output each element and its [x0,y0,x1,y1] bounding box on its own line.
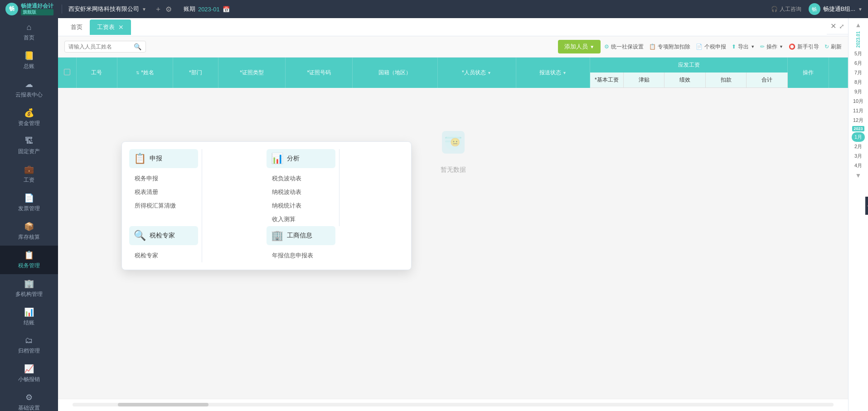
fund-icon: 💰 [24,108,34,118]
menu-income-forecast[interactable]: 收入测算 [267,213,335,226]
th-total: 合计 [747,73,788,88]
th-allowance: 津贴 [623,73,664,88]
sidebar-item-settlement[interactable]: 📊 结账 [0,303,58,331]
company-selector[interactable]: 西安虾米网络科技有限公司 ▼ [68,5,146,13]
divider-3 [202,226,202,262]
sidebar-item-basic-settings[interactable]: ⚙ 基础设置 [0,388,58,411]
special-deduction-icon: 📋 [649,44,656,50]
section-header-analysis: 📊 分析 [267,149,335,168]
sidebar-item-salary[interactable]: 💼 工资 [0,160,58,189]
timeline-month-7[interactable]: 7月 [852,68,865,77]
salary-icon: 💼 [24,164,34,174]
social-insurance-button[interactable]: ⚙ 统一社保设置 [604,43,644,51]
th-employee-id: 工号 [76,58,117,88]
sidebar-item-label: 首页 [24,34,34,42]
dropdown-section-tax-expert: 🔍 税检专家 税检专家 [129,226,198,262]
sidebar-item-fixed-assets[interactable]: 🏗 固定资产 [0,132,58,160]
add-button-chevron-icon: ▼ [590,44,594,49]
timeline-up-nav[interactable]: ▲ [854,20,863,30]
header: 畅 畅捷通好会计 旗舰版 西安虾米网络科技有限公司 ▼ ＋ ⚙ 账期 2023-… [0,0,868,18]
sidebar-item-fund-mgmt[interactable]: 💰 资金管理 [0,103,58,132]
salary-table: 工号 ⇅ *姓名 *部门 *证照类型 *证照号码 国籍（地区） *人员状态 ▼ … [58,58,848,88]
main-content: 首页 工资表 ✕ 🔍 添加人员 ▼ ⚙ 统一社保设置 [58,18,848,411]
th-id-number: *证照号码 [286,58,353,88]
select-all-checkbox[interactable] [64,69,70,75]
guide-icon: ⭕ [789,44,795,50]
tab-home[interactable]: 首页 [63,19,90,35]
timeline-month-3[interactable]: 3月 [852,151,865,161]
menu-tax-stats[interactable]: 纳税统计表 [267,199,335,213]
tax-return-button[interactable]: 📄 个税申报 [696,43,726,51]
menu-annual-report[interactable]: 年报信息申报表 [267,249,335,262]
tab-bar: 首页 工资表 ✕ [58,18,848,36]
export-label: 导出 [738,43,749,51]
scroll-thumb[interactable] [118,403,209,406]
timeline-month-10[interactable]: 10月 [850,97,866,106]
search-box: 🔍 [64,41,146,53]
tab-salary[interactable]: 工资表 ✕ [90,19,131,35]
expand-icon[interactable]: ⤢ [839,23,844,30]
calendar-icon[interactable]: 📅 [223,6,230,13]
timeline-month-11[interactable]: 11月 [850,106,866,116]
dropdown-menu: 📋 申报 税务申报 税表清册 所得税汇算清缴 📊 分析 [121,141,412,270]
add-person-button[interactable]: 添加人员 ▼ [558,40,601,53]
sidebar-item-invoice-mgmt[interactable]: 📄 发票管理 [0,189,58,217]
horizontal-scrollbar[interactable] [73,403,834,406]
accounting-period: 账期 2023-01 📅 [184,5,230,13]
export-button[interactable]: ⬆ 导出 ▼ [732,43,755,51]
search-input[interactable] [68,44,132,50]
timeline-month-12[interactable]: 12月 [850,116,866,125]
sidebar-item-cloud-report[interactable]: ☁ 云报表中心 [0,75,58,103]
table-header-row: 工号 ⇅ *姓名 *部门 *证照类型 *证照号码 国籍（地区） *人员状态 ▼ … [58,58,848,73]
menu-tax-fluctuation[interactable]: 纳税波动表 [267,185,335,199]
sidebar-item-label: 库存核算 [18,233,40,241]
company-name: 西安虾米网络科技有限公司 [68,5,139,13]
sidebar-item-label: 固定资产 [18,148,40,155]
timeline-down-nav[interactable]: ▼ [854,170,863,180]
support-button[interactable]: 🎧 人工咨询 [771,5,801,13]
sidebar-item-home[interactable]: ⌂ 首页 [0,18,58,46]
th-checkbox[interactable] [58,58,76,88]
sidebar-item-archive-mgmt[interactable]: 🗂 归档管理 [0,331,58,359]
settings-icon[interactable]: ⚙ [165,5,172,14]
timeline-month-5[interactable]: 5月 [852,49,865,58]
report-filter-icon[interactable]: ▼ [563,71,567,75]
invoice-icon: 📄 [24,193,34,203]
tax-return-icon: 📄 [696,44,703,50]
header-action-buttons: ＋ ⚙ [155,5,172,14]
user-avatar: 畅 [809,3,820,15]
menu-tax-table-clearing[interactable]: 税表清册 [129,185,198,199]
timeline-month-9[interactable]: 9月 [852,87,865,97]
status-filter-icon[interactable]: ▼ [487,71,491,75]
guide-button[interactable]: ⭕ 新手引导 [789,43,819,51]
menu-tax-burden[interactable]: 税负波动表 [267,172,335,185]
sidebar-item-tax-mgmt[interactable]: 📋 税务管理 [0,246,58,274]
menu-tax-inspection[interactable]: 税检专家 [129,249,198,262]
menu-tax-declaration[interactable]: 税务申报 [129,172,198,185]
timeline-month-4[interactable]: 4月 [852,161,865,170]
timeline-month-6[interactable]: 6月 [852,58,865,68]
archive-icon: 🗂 [25,336,33,345]
tab-close-icon[interactable]: ✕ [118,24,124,31]
timeline-month-1[interactable]: 1月 [852,132,865,142]
operation-button[interactable]: ✏ 操作 ▼ [760,43,783,51]
timeline-month-8[interactable]: 8月 [852,77,865,87]
close-tab-icon[interactable]: ✕ [830,22,836,30]
th-base-salary: *基本工资 [590,73,624,88]
menu-income-tax-settlement[interactable]: 所得税汇算清缴 [129,199,198,213]
sidebar-item-general-ledger[interactable]: 📒 总账 [0,46,58,75]
special-deduction-button[interactable]: 📋 专项附加扣除 [649,43,690,51]
tab-home-label: 首页 [71,23,82,31]
sidebar-item-multi-org[interactable]: 🏢 多机构管理 [0,274,58,303]
sidebar-item-xiaochang-sales[interactable]: 📈 小畅报销 [0,359,58,388]
tax-expert-icon: 🔍 [134,230,146,242]
sidebar-item-inventory[interactable]: 📦 库存核算 [0,217,58,246]
company-chevron-icon: ▼ [142,7,146,12]
name-sort-icon[interactable]: ⇅ [136,71,140,75]
window-controls: ✕ ⤢ [827,18,848,34]
ledger-icon: 📒 [24,51,34,61]
refresh-button[interactable]: ↻ 刷新 [824,43,842,51]
add-company-button[interactable]: ＋ [155,5,162,14]
timeline-month-2[interactable]: 2月 [852,142,865,151]
user-menu[interactable]: 畅 畅捷通B组... ▼ [809,3,863,15]
